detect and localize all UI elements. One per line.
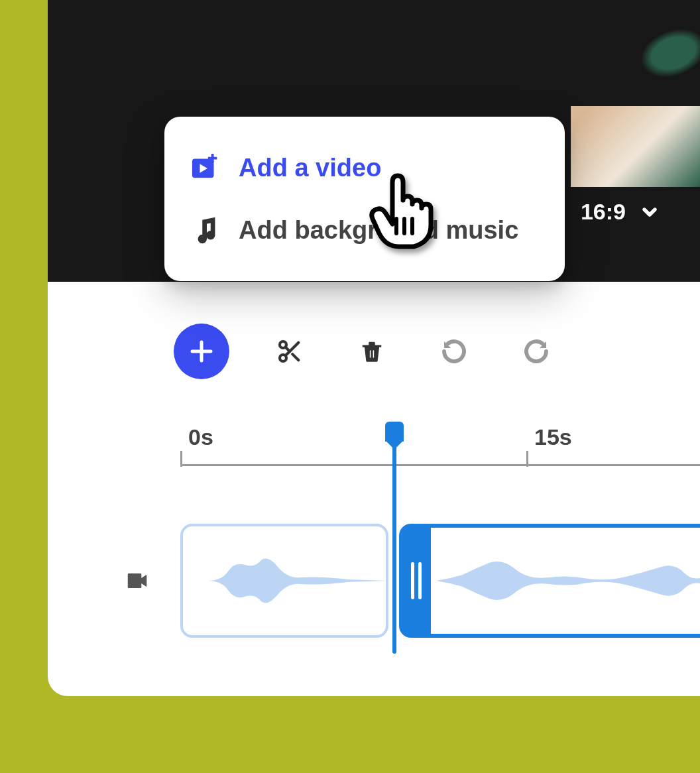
- add-popup: Add a video Add background music: [164, 117, 565, 281]
- toolbar: [174, 324, 552, 379]
- waveform: [436, 555, 700, 607]
- add-video-label: Add a video: [239, 154, 381, 182]
- aspect-ratio-label: 16:9: [581, 199, 626, 225]
- svg-rect-3: [208, 157, 217, 160]
- redo-button[interactable]: [521, 336, 552, 367]
- video-add-icon: [191, 152, 221, 183]
- trash-icon: [359, 339, 384, 364]
- camera-icon: [125, 568, 150, 593]
- svg-line-12: [292, 354, 298, 360]
- cursor-hand-icon: [366, 172, 439, 252]
- video-thumbnail[interactable]: [571, 0, 700, 187]
- add-video-menu-item[interactable]: Add a video: [164, 137, 565, 199]
- undo-icon: [441, 338, 467, 365]
- ruler-label-0: 0s: [188, 424, 213, 450]
- playhead[interactable]: [394, 422, 413, 654]
- scissors-icon: [276, 338, 303, 365]
- clip-2[interactable]: [399, 524, 700, 638]
- plus-icon: [188, 338, 215, 365]
- clip-1[interactable]: [180, 524, 388, 638]
- delete-button[interactable]: [357, 336, 387, 367]
- timeline-ruler[interactable]: 0s 15s: [180, 424, 700, 464]
- ruler-label-1: 15s: [534, 424, 572, 450]
- undo-button[interactable]: [439, 336, 469, 367]
- svg-line-13: [286, 347, 290, 351]
- waveform: [188, 555, 387, 607]
- app-panel: 16:9 Add a video Add background music: [48, 0, 700, 696]
- chevron-down-icon: [639, 202, 660, 223]
- aspect-ratio-selector[interactable]: 16:9: [581, 199, 660, 225]
- video-track: [48, 524, 700, 638]
- redo-icon: [523, 338, 550, 365]
- add-music-menu-item[interactable]: Add background music: [164, 199, 565, 261]
- cut-button[interactable]: [274, 336, 305, 367]
- add-button[interactable]: [174, 324, 229, 379]
- music-icon: [191, 215, 221, 245]
